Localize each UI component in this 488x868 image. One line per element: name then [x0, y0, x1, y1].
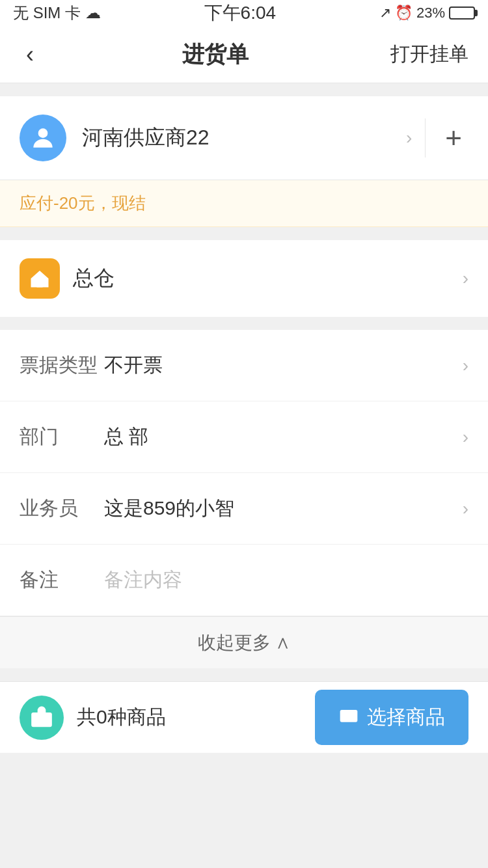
- battery-percent: 23%: [416, 5, 445, 21]
- product-count: 共0种商品: [77, 704, 315, 731]
- divider-2: [0, 227, 488, 240]
- svg-rect-2: [31, 712, 52, 727]
- warehouse-row[interactable]: 总仓 ›: [0, 240, 488, 317]
- location-icon: ↗: [379, 5, 391, 21]
- warehouse-card: 总仓 ›: [0, 240, 488, 317]
- salesperson-chevron-icon: ›: [463, 498, 468, 519]
- warehouse-chevron-icon: ›: [463, 268, 468, 289]
- collapse-toggle[interactable]: 收起更多 ∧: [0, 616, 488, 668]
- bottom-bar: 共0种商品 选择商品: [0, 681, 488, 753]
- svg-point-0: [38, 128, 48, 138]
- open-pending-button[interactable]: 打开挂单: [390, 41, 468, 68]
- alarm-icon: ⏰: [395, 5, 413, 21]
- remark-value[interactable]: 备注内容: [104, 567, 468, 593]
- svg-rect-5: [340, 710, 358, 722]
- salesperson-label: 业务员: [20, 495, 104, 522]
- divider-3: [0, 317, 488, 330]
- invoice-type-row[interactable]: 票据类型 不开票 ›: [0, 330, 488, 401]
- add-supplier-button[interactable]: +: [439, 122, 468, 154]
- supplier-divider: [425, 118, 426, 157]
- warehouse-icon: [28, 267, 51, 290]
- background-rest: [0, 753, 488, 868]
- status-left: 无 SIM 卡 ☁: [13, 3, 101, 23]
- nav-bar: ‹ 进货单 打开挂单: [0, 26, 488, 83]
- form-card: 票据类型 不开票 › 部门 总 部 › 业务员 这是859的小智 › 备注 备注…: [0, 330, 488, 616]
- department-label: 部门: [20, 424, 104, 450]
- invoice-type-chevron-icon: ›: [463, 355, 468, 376]
- status-right: ↗ ⏰ 23%: [379, 5, 475, 21]
- salesperson-value: 这是859的小智: [104, 495, 463, 522]
- department-value: 总 部: [104, 424, 463, 450]
- sim-label: 无 SIM 卡 ☁: [13, 3, 101, 23]
- warehouse-icon-wrap: [20, 258, 60, 299]
- page-title: 进货单: [182, 40, 249, 70]
- user-icon: [29, 124, 57, 152]
- product-icon-wrap: [20, 696, 64, 740]
- status-time: 下午6:04: [204, 1, 277, 25]
- supplier-row[interactable]: 河南供应商22 › +: [0, 96, 488, 180]
- product-icon: [29, 705, 54, 730]
- select-product-button[interactable]: 选择商品: [315, 690, 468, 745]
- divider-4: [0, 668, 488, 681]
- remark-row[interactable]: 备注 备注内容: [0, 545, 488, 616]
- salesperson-row[interactable]: 业务员 这是859的小智 ›: [0, 473, 488, 545]
- supplier-chevron-icon: ›: [406, 128, 412, 148]
- department-row[interactable]: 部门 总 部 ›: [0, 401, 488, 473]
- select-product-label: 选择商品: [367, 704, 445, 731]
- warehouse-name: 总仓: [73, 264, 463, 293]
- remark-label: 备注: [20, 567, 104, 593]
- battery-icon: [449, 7, 475, 20]
- status-bar: 无 SIM 卡 ☁ 下午6:04 ↗ ⏰ 23%: [0, 0, 488, 26]
- notice-banner: 应付-20元，现结: [0, 180, 488, 227]
- divider-1: [0, 83, 488, 96]
- invoice-type-value: 不开票: [104, 352, 463, 379]
- back-button[interactable]: ‹: [20, 34, 40, 75]
- select-product-icon: [338, 707, 359, 728]
- department-chevron-icon: ›: [463, 427, 468, 448]
- supplier-card: 河南供应商22 › + 应付-20元，现结: [0, 96, 488, 227]
- supplier-avatar: [20, 115, 66, 161]
- svg-rect-1: [37, 280, 43, 288]
- supplier-name: 河南供应商22: [82, 124, 406, 152]
- invoice-type-label: 票据类型: [20, 352, 104, 379]
